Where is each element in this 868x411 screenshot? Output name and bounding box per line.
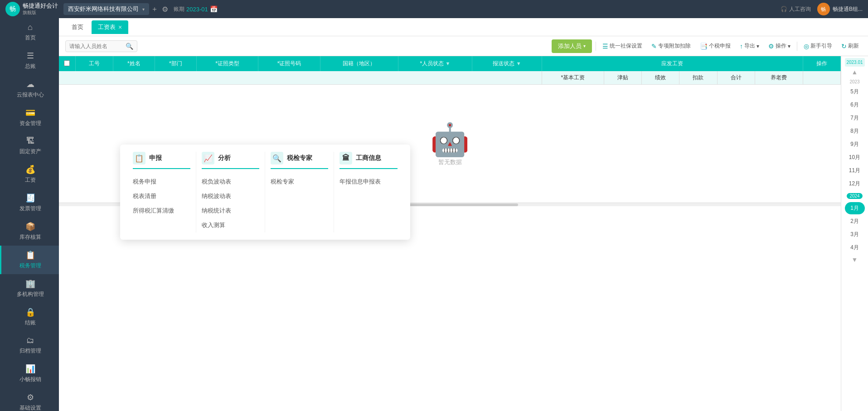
tab-home-label: 首页 — [72, 24, 83, 30]
sidebar-label-report: 小畅报销 — [19, 376, 41, 383]
send-filter-icon[interactable]: ▼ — [516, 61, 521, 66]
calendar-up-nav[interactable]: ▲ — [850, 67, 860, 77]
business-header: 🏛 工商信息 — [339, 152, 398, 169]
social-security-btn[interactable]: ☰ 统一社保设置 — [600, 40, 645, 52]
sidebar-item-invoice[interactable]: 🧾 发票管理 — [0, 189, 59, 217]
report-icon: 📊 — [25, 364, 35, 374]
search-wrap: 🔍 — [65, 40, 137, 52]
period-label: 账期 — [174, 5, 184, 13]
sidebar-item-salary[interactable]: 💰 工资 — [0, 160, 59, 189]
col-emp-id: 工号 — [75, 56, 113, 71]
top-right: 🎧 人工咨询 畅 畅捷通B组... — [781, 3, 863, 15]
search-input[interactable] — [69, 43, 124, 49]
support-button[interactable]: 🎧 人工咨询 — [781, 5, 811, 13]
sidebar-item-settings[interactable]: ⚙ 基础设置 — [0, 388, 59, 411]
add-btn-label: 添加人员 — [558, 42, 582, 50]
dropdown-item-tax-declare[interactable]: 税务申报 — [133, 174, 190, 189]
fund-icon: 💳 — [25, 108, 35, 118]
sidebar-item-inventory[interactable]: 📦 库存核算 — [0, 217, 59, 246]
dropdown-item-pay-stats[interactable]: 纳税统计表 — [202, 203, 259, 218]
cal-month-11[interactable]: 11月 — [845, 164, 865, 177]
assets-icon: 🏗 — [26, 136, 34, 146]
cal-month-5[interactable]: 5月 — [845, 86, 865, 98]
calendar-icon[interactable]: 📅 — [210, 5, 218, 13]
declare-header: 📋 申报 — [133, 152, 190, 169]
col-name: *姓名 — [113, 56, 155, 71]
social-label: 统一社保设置 — [610, 42, 642, 50]
sidebar-label-home: 首页 — [25, 34, 36, 42]
add-person-button[interactable]: 添加人员 ▾ — [552, 39, 592, 53]
logo-icon: 畅 — [5, 2, 20, 16]
sidebar-item-cloud[interactable]: ☁ 云报表中心 — [0, 75, 59, 103]
cal-month-6[interactable]: 6月 — [845, 99, 865, 111]
company-name: 西安虾米网络科技有限公司 — [68, 5, 139, 13]
sidebar-item-archive[interactable]: 🗂 归档管理 — [0, 331, 59, 359]
cal-month-7[interactable]: 7月 — [845, 112, 865, 124]
sidebar-item-home[interactable]: ⌂ 首页 — [0, 18, 59, 46]
col-checkbox[interactable] — [59, 56, 75, 71]
headset-icon: 🎧 — [781, 6, 787, 12]
special-deduction-btn[interactable]: ✎ 专项附加扣除 — [649, 40, 693, 52]
dropdown-item-pay-wave[interactable]: 纳税波动表 — [202, 189, 259, 203]
tax-return-btn[interactable]: 📑 个税申报 — [697, 40, 733, 52]
period-badge[interactable]: 2023.01 — [845, 58, 865, 67]
sidebar-item-ledger[interactable]: ☰ 总账 — [0, 46, 59, 75]
tax-return-icon: 📑 — [700, 43, 708, 50]
year-2024-area: 2024 — [847, 192, 862, 200]
sub-action — [803, 71, 840, 85]
dropdown-item-tax-wave[interactable]: 税负波动表 — [202, 174, 259, 189]
cal-month-1-2024[interactable]: 1月 — [845, 202, 865, 214]
cal-month-3-2024[interactable]: 3月 — [845, 228, 865, 241]
guide-btn[interactable]: ◎ 新手引导 — [801, 40, 835, 52]
sidebar-label-archive: 归档管理 — [19, 347, 41, 355]
sidebar-item-tax[interactable]: 📋 税务管理 — [0, 246, 59, 274]
calendar-panel: 2023.01 ▲ 2023 5月 6月 7月 8月 9月 10月 11月 12… — [841, 56, 868, 411]
dropdown-item-income-settle[interactable]: 所得税汇算清缴 — [133, 203, 190, 218]
period-value: 2023-01 — [186, 6, 208, 13]
tab-salary[interactable]: 工资表 × — [92, 20, 128, 34]
main-content: 首页 工资表 × 🔍 添加人员 ▾ ☰ 统一社保设置 ✎ — [59, 18, 868, 411]
expert-icon: 🔍 — [271, 152, 283, 164]
sidebar-item-close[interactable]: 🔒 结账 — [0, 303, 59, 331]
select-all-checkbox[interactable] — [64, 60, 70, 66]
dropdown-item-annual-report[interactable]: 年报信息申报表 — [339, 174, 398, 189]
dropdown-item-expert[interactable]: 税检专家 — [271, 174, 328, 189]
sidebar-item-fund[interactable]: 💳 资金管理 — [0, 103, 59, 132]
no-data-text: 暂无数据 — [438, 158, 462, 166]
status-filter-icon[interactable]: ▼ — [446, 61, 451, 66]
sub-total: 合计 — [717, 71, 755, 85]
refresh-btn[interactable]: ↻ 刷新 — [839, 40, 862, 52]
dropdown-item-tax-table[interactable]: 税表清册 — [133, 189, 190, 203]
close-icon: 🔒 — [25, 307, 35, 317]
cal-month-8[interactable]: 8月 — [845, 125, 865, 137]
dropdown-item-income-calc[interactable]: 收入测算 — [202, 218, 259, 232]
operate-chevron: ▾ — [788, 43, 790, 49]
cal-month-4-2024[interactable]: 4月 — [845, 242, 865, 254]
company-selector[interactable]: 西安虾米网络科技有限公司 ▾ — [63, 3, 149, 15]
sidebar-item-multi[interactable]: 🏢 多机构管理 — [0, 274, 59, 303]
tab-home[interactable]: 首页 — [65, 20, 90, 34]
top-bar: 畅 畅捷通好会计 旗舰版 西安虾米网络科技有限公司 ▾ ＋ ⚙ 账期 2023-… — [0, 0, 868, 18]
cal-month-10[interactable]: 10月 — [845, 151, 865, 164]
salary-icon: 💰 — [25, 164, 35, 174]
tab-close-icon[interactable]: × — [118, 24, 122, 31]
operate-btn[interactable]: ⚙ 操作 ▾ — [766, 40, 793, 52]
user-area[interactable]: 畅 畅捷通B组... — [817, 3, 863, 15]
cal-month-9[interactable]: 9月 — [845, 138, 865, 150]
settings-icon[interactable]: ⚙ — [160, 3, 170, 15]
col-id-num: *证照号码 — [258, 56, 320, 71]
calendar-down-nav[interactable]: ▼ — [850, 254, 860, 265]
col-action-header: 操作 — [803, 56, 840, 71]
app-subname: 旗舰版 — [23, 10, 58, 16]
sidebar-item-assets[interactable]: 🏗 固定资产 — [0, 132, 59, 160]
support-label: 人工咨询 — [789, 5, 811, 13]
data-table: 工号 *姓名 *部门 *证照类型 *证照号码 国籍（地区） *人员状态 ▼ — [59, 56, 841, 85]
cal-month-2-2024[interactable]: 2月 — [845, 215, 865, 227]
sidebar-item-report[interactable]: 📊 小畅报销 — [0, 359, 59, 388]
col-send-status: 报送状态 ▼ — [472, 56, 542, 71]
dropdown-grid: 📋 申报 税务申报 税表清册 所得税汇算清缴 📈 分析 — [127, 152, 403, 232]
export-btn[interactable]: ↑ 导出 ▾ — [737, 40, 762, 52]
cloud-icon: ☁ — [26, 79, 34, 89]
cal-month-12[interactable]: 12月 — [845, 178, 865, 190]
add-company-button[interactable]: ＋ — [149, 3, 160, 16]
